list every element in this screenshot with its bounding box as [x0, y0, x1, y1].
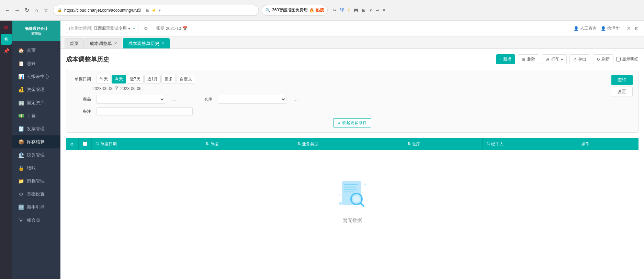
date-btn-today[interactable]: 今天 — [112, 75, 126, 83]
undo-icon[interactable]: ↩ — [376, 8, 380, 13]
warehouse-more-btn[interactable]: ... — [293, 96, 298, 102]
bolt-icon: ⚡ — [151, 8, 157, 13]
date-btn-1month[interactable]: 近1月 — [144, 75, 161, 83]
filter-row-date-range: 2023-06-06 至 2023-06-06 — [72, 86, 602, 91]
date-range-start: 2023-06-06 — [92, 86, 113, 91]
display-cols-checkbox[interactable]: 显示明细 — [616, 56, 639, 62]
sidebar-item-close[interactable]: 🔒结账 — [12, 161, 60, 175]
sidebar-icon-archive: 📁 — [18, 178, 24, 184]
logo-text-line2: 旗舰版 — [25, 31, 48, 36]
weibo-icon[interactable]: 微 — [1, 22, 12, 33]
search-icon: 🔍 — [265, 8, 271, 13]
sidebar-item-fixed-assets[interactable]: 🏢固定资产 — [12, 96, 60, 109]
refresh-button[interactable]: ↻ — [23, 6, 31, 14]
wallet-icon[interactable]: ¥ — [348, 8, 350, 13]
calendar-icon[interactable]: 📅 — [182, 26, 188, 31]
tab-home[interactable]: 首页 — [65, 38, 84, 48]
col-handler[interactable]: ⇅ 经手人 — [482, 138, 577, 150]
ssl-lock-icon: 🔒 — [57, 8, 62, 12]
date-btn-7days[interactable]: 近7天 — [127, 75, 144, 83]
consultant-btn[interactable]: 👤 人工咨询 — [574, 25, 597, 31]
warehouse-filter-select[interactable] — [218, 95, 286, 104]
svg-line-7 — [360, 203, 364, 206]
topbar-expand-icon[interactable]: ⊡ — [635, 26, 639, 31]
search-bar[interactable]: 🔍 360智能抠图免费用 🔥 热搜 — [262, 5, 328, 16]
sidebar-item-home[interactable]: 🏠首页 — [12, 44, 60, 57]
date-btn-more[interactable]: 更多 — [161, 75, 176, 83]
goods-more-btn[interactable]: ... — [172, 96, 177, 102]
col-checkbox[interactable] — [78, 138, 91, 150]
col-warehouse[interactable]: ⇅ 仓库 — [403, 138, 482, 150]
query-button[interactable]: 查询 — [611, 75, 633, 85]
scissors-icon[interactable]: ✂ — [333, 8, 337, 13]
period-value: 2021-10 — [166, 26, 181, 31]
sidebar-item-general-ledger[interactable]: 📋总账 — [12, 57, 60, 70]
chanjet-icon[interactable]: 畅 — [1, 34, 12, 45]
company-selector[interactable]: (勿删勿禁用) 江西服宝测试专用 ▾ + — [66, 24, 138, 33]
grid-icon: ⊞ — [146, 8, 149, 13]
col-biz-type[interactable]: ⇅ 业务类型 — [293, 138, 403, 150]
sidebar-item-tax[interactable]: 🏦税务管理 — [12, 148, 60, 161]
menu-icon[interactable]: ≡ — [383, 8, 385, 13]
consultant-label: 人工咨询 — [580, 25, 597, 31]
company-warning: (勿删勿禁用) — [69, 25, 92, 31]
apps-icon[interactable]: ⊞ — [362, 8, 365, 13]
sidebar-item-reports[interactable]: 📊云报表中心 — [12, 70, 60, 83]
sidebar-label-home: 首页 — [27, 47, 36, 54]
delete-button[interactable]: 🗑 删除 — [518, 54, 539, 64]
tab-cost-adjust-history[interactable]: 成本调整单历史✕ — [123, 38, 170, 48]
app-icon-3[interactable]: 📌 — [1, 45, 12, 56]
table-header-row: ⚙ ⇅ 单据日期 ⇅ 单据... — [66, 138, 639, 150]
filter-row-date: 单据日期 昨天 今天 近7天 近1月 更多 自定义 — [72, 75, 602, 83]
col-date[interactable]: ⇅ 单据日期 — [91, 138, 201, 150]
table-settings-icon[interactable]: ⚙ — [70, 142, 74, 147]
tab-cost-adjust[interactable]: 成本调整单✕ — [84, 38, 122, 48]
col-settings[interactable]: ⚙ — [66, 138, 78, 150]
settings-icon-topbar[interactable]: ⚙ — [144, 26, 148, 31]
filter-settings-button[interactable]: 设置 — [611, 87, 633, 97]
translate-icon[interactable]: 译 — [340, 7, 344, 13]
sidebar-label-fund: 资金管理 — [27, 87, 45, 93]
sidebar-icon-salary: 💵 — [18, 113, 24, 119]
date-btn-yesterday[interactable]: 昨天 — [97, 75, 111, 83]
back-button[interactable]: ← — [3, 6, 12, 14]
gamepad-icon[interactable]: 🎮 — [353, 8, 359, 13]
sidebar-icon-fixed-assets: 🏢 — [18, 100, 24, 105]
topbar-close-btn[interactable]: ✕ — [626, 25, 631, 32]
collapse-btn[interactable]: ∧ 收起更多条件 — [333, 118, 371, 127]
sidebar-item-archive[interactable]: 📁归档管理 — [12, 175, 60, 188]
sidebar-item-salary[interactable]: 💵工资 — [12, 109, 60, 122]
sidebar-item-inventory[interactable]: 📦库存核算 — [12, 135, 60, 148]
sidebar-label-fixed-assets: 固定资产 — [27, 100, 45, 106]
sidebar-item-member[interactable]: V畅会员 — [12, 214, 60, 227]
export-button[interactable]: ↗ 导出 — [569, 54, 590, 64]
logo-text-line1: 畅捷通好会计 — [25, 26, 48, 31]
svg-rect-3 — [344, 189, 357, 190]
add-company-icon[interactable]: + — [133, 26, 135, 31]
browser-chrome: ← → ↻ ⌂ ☆ 🔒 https://cloud.chanjet.com/ac… — [0, 0, 644, 21]
display-cols-input[interactable] — [616, 57, 621, 62]
sidebar-item-guide[interactable]: 🆕新手引导 — [12, 201, 60, 214]
new-button[interactable]: + 新增 — [496, 54, 515, 64]
sidebar-item-invoice[interactable]: 🧾发票管理 — [12, 122, 60, 135]
remark-filter-input[interactable] — [97, 107, 193, 115]
print-button[interactable]: 🖨 打印 ▾ — [542, 54, 567, 64]
col-number[interactable]: ⇅ 单据... — [201, 138, 293, 150]
date-btn-custom[interactable]: 自定义 — [177, 75, 195, 83]
refresh-button[interactable]: ↻ 刷新 — [593, 54, 613, 64]
page-title: 成本调整单历史 — [66, 55, 109, 64]
sidebar-icon-close: 🔒 — [18, 165, 24, 171]
sidebar-item-settings[interactable]: ⚙基础设置 — [12, 188, 60, 201]
user-account-btn[interactable]: 👤 徐泽华 — [601, 25, 620, 31]
forward-button[interactable]: → — [13, 6, 21, 14]
sidebar-item-fund[interactable]: 💰资金管理 — [12, 83, 60, 96]
address-bar[interactable]: 🔒 https://cloud.chanjet.com/accounting/u… — [53, 5, 259, 16]
select-all-checkbox[interactable] — [83, 142, 87, 146]
tab-close-cost-adjust-history[interactable]: ✕ — [161, 41, 165, 46]
brightness-icon[interactable]: ☀ — [369, 8, 373, 13]
home-button[interactable]: ⌂ — [32, 6, 41, 14]
bookmark-button[interactable]: ☆ — [42, 6, 50, 14]
goods-filter-select[interactable] — [97, 95, 165, 104]
tab-close-cost-adjust[interactable]: ✕ — [114, 41, 117, 46]
date-filter-label: 单据日期 — [72, 76, 91, 82]
